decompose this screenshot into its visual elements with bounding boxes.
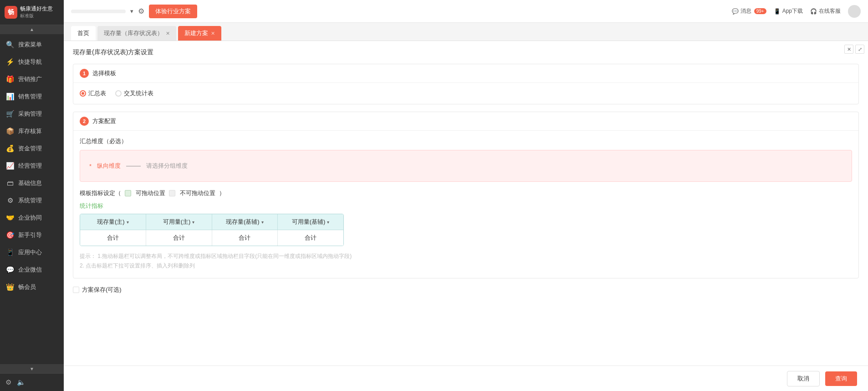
close-panel-icon[interactable]: ✕	[844, 45, 853, 54]
wechat-icon: 💬	[5, 266, 15, 274]
stats-col-4-dropdown[interactable]: ▾	[327, 220, 329, 225]
apps-icon: 📱	[5, 248, 15, 257]
sidebar-item-wechat[interactable]: 💬 企业微信	[0, 261, 64, 278]
section1-body: 汇总表 交叉统计表	[73, 83, 858, 104]
sidebar-item-marketing[interactable]: 🎁 营销推广	[0, 71, 64, 88]
stats-col-1-label: 现存量(主)	[97, 218, 125, 226]
tab-inventory-status[interactable]: 现存量（库存状况表） ✕	[97, 26, 176, 41]
sidebar-scroll-down[interactable]: ▼	[0, 364, 64, 373]
finance-icon: 💰	[5, 144, 15, 153]
message-icon: 💬	[732, 8, 739, 15]
app-download-label: App下载	[782, 7, 803, 15]
tab-new-plan[interactable]: 新建方案 ✕	[178, 26, 221, 41]
tab-home[interactable]: 首页	[71, 26, 96, 41]
sidebar-item-search[interactable]: 🔍 搜索菜单	[0, 36, 64, 53]
tab-inventory-close[interactable]: ✕	[166, 31, 170, 36]
step2-badge: 2	[80, 117, 89, 126]
trial-button[interactable]: 体验行业方案	[149, 5, 197, 18]
radio-cross-circle	[115, 90, 122, 97]
sidebar-item-label: 营销推广	[18, 75, 42, 83]
tip-prefix: 提示：	[80, 253, 96, 259]
enterprise-icon: 🤝	[5, 214, 15, 222]
settings-bottom-icon[interactable]: ⚙	[5, 378, 11, 386]
save-label: 方案保存(可选)	[82, 286, 122, 294]
sidebar-item-operations[interactable]: 📈 经营管理	[0, 157, 64, 175]
expand-panel-icon[interactable]: ⤢	[855, 45, 864, 54]
sidebar-item-sales[interactable]: 📊 销售管理	[0, 88, 64, 105]
radio-cross[interactable]: 交叉统计表	[115, 89, 153, 98]
dim-label-text: 汇总维度（必选）	[80, 138, 127, 144]
stats-col-2-dropdown[interactable]: ▾	[192, 220, 194, 225]
tab-new-plan-label: 新建方案	[184, 29, 208, 37]
stats-col-2[interactable]: 可用量(主) ▾	[146, 214, 212, 230]
indicator-close-paren: ）	[219, 189, 225, 197]
logo-text-block: 畅康通好生意 标准版	[20, 5, 53, 19]
stats-section-label: 统计指标	[80, 202, 852, 210]
stats-body-cell-2: 合计	[146, 230, 212, 246]
online-service-item[interactable]: 🎧 在线客服	[810, 7, 841, 15]
non-draggable-indicator-swatch	[169, 190, 175, 196]
stats-col-2-label: 可用量(主)	[163, 218, 191, 226]
sidebar-item-apps[interactable]: 📱 应用中心	[0, 244, 64, 261]
query-button[interactable]: 查询	[825, 371, 857, 386]
stats-col-1-dropdown[interactable]: ▾	[127, 220, 129, 225]
system-icon: ⚙	[5, 196, 15, 205]
sidebar-item-shortcuts[interactable]: ⚡ 快捷导航	[0, 53, 64, 71]
topbar-dropdown-icon[interactable]: ▾	[130, 8, 133, 15]
radio-summary[interactable]: 汇总表	[80, 89, 106, 98]
tab-new-plan-close[interactable]: ✕	[211, 31, 215, 36]
section2-body: 汇总维度（必选） * 纵向维度 —— 请选择分组维度 模板指标设定（ 可拖动位置	[73, 131, 858, 278]
stats-col-1[interactable]: 现存量(主) ▾	[80, 214, 146, 230]
indicator-label: 模板指标设定（ 可拖动位置 不可拖动位置 ）	[80, 189, 852, 197]
stats-col-4[interactable]: 可用量(基辅) ▾	[278, 214, 343, 230]
sidebar-scroll-up[interactable]: ▲	[0, 25, 64, 34]
sidebar-item-system[interactable]: ⚙ 系统管理	[0, 192, 64, 209]
tabbar: 首页 现存量（库存状况表） ✕ 新建方案 ✕	[64, 23, 868, 41]
save-checkbox[interactable]	[73, 287, 79, 293]
draggable-indicator-swatch	[125, 190, 131, 196]
page-title: 现存量(库存状况表)方案设置	[73, 48, 859, 57]
sidebar-item-vip[interactable]: 👑 畅会员	[0, 278, 64, 296]
speaker-icon[interactable]: 🔈	[17, 378, 26, 386]
section1-header: 1 选择模板	[73, 64, 858, 83]
marketing-icon: 🎁	[5, 75, 15, 83]
sidebar-item-label: 新手引导	[18, 231, 42, 239]
sidebar-item-basic[interactable]: 🗃 基础信息	[0, 175, 64, 192]
app-download-item[interactable]: 📱 App下载	[774, 7, 803, 15]
sidebar-item-inventory[interactable]: 📦 库存核算	[0, 123, 64, 140]
cancel-button[interactable]: 取消	[787, 371, 820, 386]
inventory-icon: 📦	[5, 127, 15, 135]
search-icon: 🔍	[5, 41, 15, 49]
sidebar-item-enterprise[interactable]: 🤝 企业协同	[0, 209, 64, 226]
stats-col-3-dropdown[interactable]: ▾	[261, 220, 264, 225]
stats-col-3-label: 现存量(基辅)	[226, 218, 260, 226]
sidebar-item-purchase[interactable]: 🛒 采购管理	[0, 105, 64, 123]
sidebar-item-label: 采购管理	[18, 110, 42, 118]
topbar-settings-icon[interactable]: ⚙	[138, 7, 144, 15]
sidebar-item-label: 快捷导航	[18, 58, 42, 66]
messages-item[interactable]: 💬 消息 99+	[732, 7, 766, 15]
content-area: 现存量(库存状况表)方案设置 1 选择模板 汇总表 交叉统计	[64, 41, 868, 391]
tab-home-label: 首页	[77, 29, 89, 37]
save-checkbox-row: 方案保存(可选)	[73, 286, 859, 294]
sidebar-item-label: 企业协同	[18, 214, 42, 222]
step1-badge: 1	[80, 69, 89, 78]
sidebar-item-finance[interactable]: 💰 资金管理	[0, 140, 64, 157]
footer-bar: 取消 查询	[64, 365, 868, 391]
radio-cross-label: 交叉统计表	[124, 89, 153, 98]
topbar-right: 💬 消息 99+ 📱 App下载 🎧 在线客服	[732, 5, 861, 18]
stats-col-4-label: 可用量(基辅)	[292, 218, 326, 226]
sidebar-item-label: 库存核算	[18, 127, 42, 135]
vertical-dim-box[interactable]: * 纵向维度 —— 请选择分组维度	[80, 150, 852, 182]
messages-label: 消息	[740, 7, 751, 15]
sidebar-bottom: ⚙ 🔈	[0, 373, 64, 391]
content-inner: 现存量(库存状况表)方案设置 1 选择模板 汇总表 交叉统计	[64, 41, 868, 330]
stats-table: 现存量(主) ▾ 可用量(主) ▾ 现存量(基辅) ▾	[80, 214, 344, 246]
sidebar-logo: 畅 畅康通好生意 标准版	[0, 0, 64, 25]
sidebar-item-label: 销售管理	[18, 93, 42, 101]
sidebar-item-newbie[interactable]: 🎯 新手引导	[0, 226, 64, 244]
stats-col-3[interactable]: 现存量(基辅) ▾	[212, 214, 278, 230]
user-avatar[interactable]	[848, 5, 861, 18]
stats-body-cell-3: 合计	[212, 230, 278, 246]
topbar-search-display	[71, 10, 126, 13]
